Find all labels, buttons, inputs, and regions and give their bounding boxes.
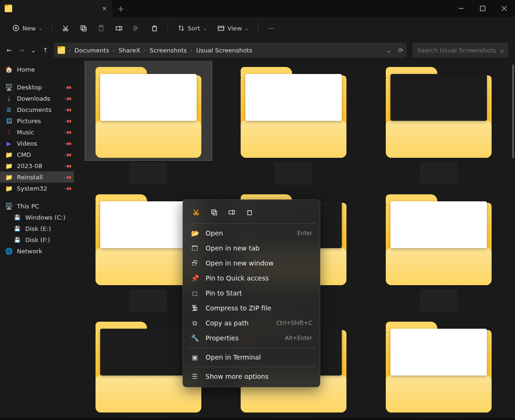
more-button[interactable]: ⋯ xyxy=(264,20,278,36)
sidebar-item-pictures[interactable]: 🖼Pictures📌 xyxy=(0,115,74,126)
forward-button[interactable]: → xyxy=(19,46,24,54)
ctx-pin-to-quick-access[interactable]: 📌Pin to Quick access xyxy=(186,271,317,286)
copy-button[interactable] xyxy=(76,20,91,36)
nav-icon: 🖥️ xyxy=(5,84,13,91)
sidebar-drive[interactable]: 💾Disk (F:) xyxy=(0,234,74,245)
rename-button[interactable] xyxy=(111,20,126,36)
nav-icon: 📁 xyxy=(5,151,13,158)
sidebar-item-desktop[interactable]: 🖥️Desktop📌 xyxy=(0,81,74,93)
folder-item[interactable] xyxy=(371,61,507,184)
svg-rect-1 xyxy=(480,6,485,11)
svg-rect-31 xyxy=(229,211,235,214)
view-button[interactable]: View ⌄ xyxy=(213,20,252,36)
sidebar-item-reinstall[interactable]: 📁Reinstall📌 xyxy=(0,171,74,183)
sort-button[interactable]: Sort ⌄ xyxy=(174,20,211,36)
new-button[interactable]: New ⌄ xyxy=(8,20,46,36)
crumb[interactable]: Usual Screenshots xyxy=(196,47,252,54)
tab-close-icon[interactable]: ✕ xyxy=(101,5,108,12)
ctx-delete-button[interactable] xyxy=(244,206,255,218)
rename-icon xyxy=(228,208,235,216)
ctx-copy-as-path[interactable]: ⧉Copy as pathCtrl+Shift+C xyxy=(186,316,317,331)
tab[interactable]: ✕ xyxy=(0,0,112,17)
share-button[interactable] xyxy=(129,20,144,36)
ctx-properties[interactable]: 🔧PropertiesAlt+Enter xyxy=(186,331,317,346)
folder-content: 📂OpenEnter🗔Open in new tab🗗Open in new w… xyxy=(74,61,515,417)
scrollbar[interactable] xyxy=(512,65,514,158)
ellipsis-icon: ⋯ xyxy=(268,25,274,32)
start-icon: ◻ xyxy=(191,289,199,297)
svg-rect-18 xyxy=(153,27,156,31)
sidebar-item-documents[interactable]: 🗎Documents📌 xyxy=(0,104,74,115)
ctx-copy-button[interactable] xyxy=(208,206,220,218)
up-button[interactable]: ↑ xyxy=(43,46,48,54)
cut-icon xyxy=(192,208,200,216)
close-button[interactable] xyxy=(493,0,515,17)
search-input[interactable] xyxy=(417,47,497,54)
ctx-open-in-new-window[interactable]: 🗗Open in new window xyxy=(186,256,317,271)
delete-button[interactable] xyxy=(147,20,162,36)
address-bar[interactable]: › Documents › ShareX › Screenshots › Usu… xyxy=(54,43,407,58)
pin-icon: 📌 xyxy=(65,184,72,192)
titlebar: ✕ + xyxy=(0,0,515,17)
sidebar: 🏠 Home 🖥️Desktop📌⭳Downloads📌🗎Documents📌🖼… xyxy=(0,61,74,417)
paste-icon xyxy=(97,24,105,32)
home-icon: 🏠 xyxy=(5,66,13,73)
sidebar-drive[interactable]: 💾Windows (C:) xyxy=(0,212,74,223)
path-icon: ⧉ xyxy=(191,319,199,327)
new-tab-button[interactable]: + xyxy=(112,0,129,17)
folder-item[interactable] xyxy=(371,316,507,417)
rename-icon xyxy=(115,24,123,32)
pin-icon: 📌 xyxy=(191,274,199,282)
network-icon: 🌐 xyxy=(5,248,13,255)
ctx-rename-button[interactable] xyxy=(226,206,237,218)
minimize-button[interactable] xyxy=(450,0,472,17)
sidebar-thispc[interactable]: 🖥️ This PC xyxy=(0,200,74,212)
terminal-icon: ▣ xyxy=(191,354,199,361)
nav-icon: 📁 xyxy=(5,162,13,169)
back-button[interactable]: ← xyxy=(7,46,12,54)
chevron-down-icon: ⌄ xyxy=(245,26,249,31)
sidebar-item-music[interactable]: ♪Music📌 xyxy=(0,126,74,138)
search-box[interactable]: ⌕ xyxy=(412,43,508,58)
ctx-show-more[interactable]: ☰ Show more options xyxy=(186,369,317,384)
crumb[interactable]: Documents xyxy=(74,47,109,54)
sidebar-drive[interactable]: 💾Disk (E:) xyxy=(0,223,74,234)
sidebar-item-cmd[interactable]: 📁CMD📌 xyxy=(0,149,74,160)
folder-item[interactable] xyxy=(371,188,507,312)
sidebar-item-videos[interactable]: ▶Videos📌 xyxy=(0,138,74,149)
ctx-open-terminal[interactable]: ▣ Open in Terminal xyxy=(186,350,317,365)
ctx-cut-button[interactable] xyxy=(191,206,202,218)
drop-button[interactable]: ⌄ xyxy=(386,47,391,54)
sidebar-item-system32[interactable]: 📁System32📌 xyxy=(0,183,74,194)
sidebar-network[interactable]: 🌐 Network xyxy=(0,245,74,257)
crumb[interactable]: Screenshots xyxy=(149,47,187,54)
sidebar-item-2023-08[interactable]: 📁2023-08📌 xyxy=(0,160,74,171)
ctx-pin-to-start[interactable]: ◻Pin to Start xyxy=(186,286,317,301)
crumb[interactable]: ShareX xyxy=(118,47,140,54)
ctx-open[interactable]: 📂OpenEnter xyxy=(186,226,317,241)
window-icon: 🗗 xyxy=(191,259,199,267)
chevron-down-icon: ⌄ xyxy=(38,26,42,31)
sidebar-home[interactable]: 🏠 Home xyxy=(0,64,74,75)
refresh-button[interactable]: ⟳ xyxy=(398,47,403,54)
cut-button[interactable] xyxy=(58,20,73,36)
recent-button[interactable]: ⌄ xyxy=(30,46,36,54)
maximize-button[interactable] xyxy=(472,0,493,17)
view-icon xyxy=(217,24,225,32)
cut-icon xyxy=(62,24,69,32)
sidebar-item-downloads[interactable]: ⭳Downloads📌 xyxy=(0,93,74,104)
trash-icon xyxy=(246,208,253,216)
svg-rect-11 xyxy=(81,26,85,29)
more-icon: ☰ xyxy=(191,373,199,380)
drive-icon: 💾 xyxy=(13,237,22,243)
nav-icon: ▶ xyxy=(5,140,13,147)
ctx-compress-to-zip-file[interactable]: 🗜Compress to ZIP file xyxy=(186,301,317,316)
folder-item[interactable] xyxy=(81,61,216,184)
ctx-open-in-new-tab[interactable]: 🗔Open in new tab xyxy=(186,241,317,256)
paste-button[interactable] xyxy=(94,20,109,36)
context-menu: 📂OpenEnter🗔Open in new tab🗗Open in new w… xyxy=(183,199,320,387)
wrench-icon: 🔧 xyxy=(191,334,199,342)
folder-item[interactable] xyxy=(226,61,361,184)
folder-icon xyxy=(58,46,65,54)
open-icon: 📂 xyxy=(191,229,199,237)
